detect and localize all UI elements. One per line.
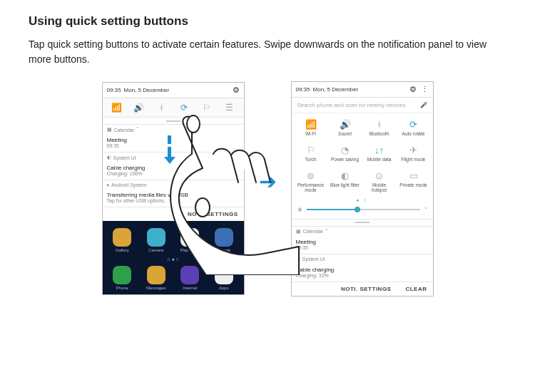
quick-settings-compact: 📶 🔊 ᚼ ⟳ ⚐ ☰ bbox=[103, 98, 244, 118]
sound-icon[interactable]: 🔊 bbox=[133, 103, 145, 113]
notification-actions: NOTI. SETTINGS CLEAR bbox=[292, 282, 433, 296]
calendar-header: ▦ Calendar ˅ bbox=[292, 227, 433, 237]
swipe-down-arrow-icon bbox=[164, 135, 175, 164]
auto-brightness-chevron-icon[interactable]: ˅ bbox=[424, 207, 427, 213]
phone-collapsed-panel: 09:35 Mon, 5 December ⚙ 📶 🔊 ᚼ ⟳ ⚐ ☰ ▦ Ca… bbox=[102, 82, 245, 295]
qs-mobile-data[interactable]: ↓↑Mobile data bbox=[365, 145, 394, 162]
quick-settings-grid: 📶Wi-Fi 🔊Sound ᚼBluetooth ⟳Auto rotate ⚐T… bbox=[292, 113, 433, 196]
status-date: Mon, 5 December bbox=[313, 86, 359, 93]
qs-performance[interactable]: ⊚Performance mode bbox=[296, 170, 326, 192]
app-messages[interactable]: Messages bbox=[141, 266, 172, 290]
notification-subtext: Tap for other USB options. bbox=[107, 198, 240, 203]
phone-expanded-panel: 09:35 Mon, 5 December ⚙ ⋮ Search phone a… bbox=[291, 81, 434, 296]
panel-drag-handle[interactable] bbox=[103, 118, 244, 125]
noti-settings-button[interactable]: NOTI. SETTINGS bbox=[188, 211, 238, 217]
qs-page-indicator: ● ○ bbox=[292, 196, 433, 204]
status-time: 09:35 bbox=[296, 86, 310, 93]
notification-charging[interactable]: Cable charging Charging: 100% bbox=[103, 163, 244, 180]
notification-subtext: 09:35 bbox=[296, 245, 429, 250]
app-apps[interactable]: Apps bbox=[208, 266, 240, 290]
qs-flight-mode[interactable]: ✈Flight mode bbox=[399, 145, 429, 162]
autorotate-icon[interactable]: ⟳ bbox=[178, 103, 190, 113]
clear-button[interactable]: CLEAR bbox=[405, 286, 427, 292]
brightness-slider[interactable]: ✲ ˅ bbox=[292, 204, 433, 220]
noti-settings-button[interactable]: NOTI. SETTINGS bbox=[341, 286, 392, 292]
page-description: Tap quick setting buttons to activate ce… bbox=[29, 37, 506, 67]
mic-icon[interactable]: 🎤 bbox=[420, 102, 427, 108]
notification-title: Transferring media files via USB bbox=[107, 192, 240, 198]
app-google[interactable]: Google bbox=[208, 228, 240, 252]
calendar-header: ▦ Calendar ˅ bbox=[103, 125, 244, 135]
settings-icon[interactable]: ⚙ bbox=[409, 85, 417, 94]
notification-meeting[interactable]: Meeting 09:35 bbox=[292, 237, 433, 254]
qs-torch[interactable]: ⚐Torch bbox=[296, 145, 326, 162]
expand-icon[interactable]: ☰ bbox=[224, 103, 235, 113]
android-system-header: ♦ Android System bbox=[103, 180, 244, 190]
app-internet[interactable]: Internet bbox=[175, 266, 206, 290]
more-icon[interactable]: ⋮ bbox=[421, 85, 429, 94]
app-camera[interactable]: Camera bbox=[141, 228, 172, 252]
status-date: Mon, 5 December bbox=[124, 87, 170, 93]
qs-private[interactable]: ▭Private mode bbox=[399, 170, 429, 192]
notification-media-transfer[interactable]: Transferring media files via USB Tap for… bbox=[103, 190, 244, 207]
panel-drag-handle[interactable] bbox=[292, 220, 433, 227]
search-bar[interactable]: Search phone and scan for nearby devices… bbox=[292, 98, 433, 113]
status-bar: 09:35 Mon, 5 December ⚙ bbox=[103, 83, 244, 98]
app-play-store[interactable]: Play Store bbox=[175, 228, 206, 252]
app-phone[interactable]: Phone bbox=[107, 266, 138, 290]
settings-icon[interactable]: ⚙ bbox=[233, 86, 240, 95]
status-time: 09:35 bbox=[107, 87, 121, 93]
app-gallery[interactable]: Gallery bbox=[107, 228, 138, 252]
notification-actions: NOTI. SETTINGS bbox=[103, 207, 244, 221]
illustration-row: 09:35 Mon, 5 December ⚙ 📶 🔊 ᚼ ⟳ ⚐ ☰ ▦ Ca… bbox=[29, 81, 506, 296]
brightness-icon: ✲ bbox=[297, 207, 302, 213]
notification-title: Cable charging bbox=[107, 165, 240, 171]
wifi-icon[interactable]: 📶 bbox=[111, 103, 122, 113]
notification-title: Meeting bbox=[296, 239, 429, 245]
qs-autorotate[interactable]: ⟳Auto rotate bbox=[399, 119, 429, 136]
search-placeholder: Search phone and scan for nearby devices bbox=[297, 102, 406, 108]
torch-icon[interactable]: ⚐ bbox=[201, 103, 213, 113]
status-bar: 09:35 Mon, 5 December ⚙ ⋮ bbox=[292, 82, 433, 98]
system-ui-header: ◐ System UI bbox=[292, 254, 433, 264]
page-title: Using quick setting buttons bbox=[29, 14, 506, 29]
qs-bluetooth[interactable]: ᚼBluetooth bbox=[365, 119, 394, 136]
notification-subtext: Charging: 100% bbox=[107, 171, 240, 176]
qs-hotspot[interactable]: ⊙Mobile hotspot bbox=[365, 170, 394, 192]
notification-subtext: Charging: 33% bbox=[296, 273, 429, 278]
qs-wifi[interactable]: 📶Wi-Fi bbox=[296, 119, 326, 136]
bluetooth-icon[interactable]: ᚼ bbox=[156, 103, 168, 113]
qs-power-saving[interactable]: ◔Power saving bbox=[330, 145, 360, 162]
notification-charging[interactable]: Cable charging Charging: 33% bbox=[292, 264, 433, 282]
notification-title: Cable charging bbox=[296, 267, 429, 273]
home-screen: Gallery Camera Play Store Google ⌂ ● ○ P… bbox=[103, 221, 244, 294]
qs-sound[interactable]: 🔊Sound bbox=[330, 119, 360, 136]
arrow-right-icon: ➔ bbox=[259, 169, 277, 194]
page-indicator: ⌂ ● ○ bbox=[107, 257, 240, 262]
qs-blue-light[interactable]: ◐Blue light filter bbox=[330, 170, 360, 192]
